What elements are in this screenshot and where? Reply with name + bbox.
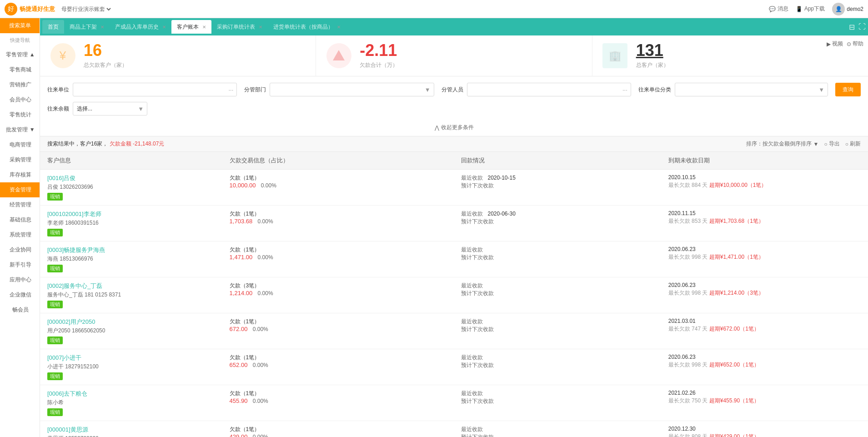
tab-purchase-order[interactable]: 采购订单统计表 ✕	[211, 20, 268, 34]
message-btn[interactable]: 💬 消息	[769, 5, 788, 13]
customer-code-2[interactable]: [0003]畅捷服务尹海燕	[47, 246, 215, 254]
sidebar-item-batch-mgmt[interactable]: 批发管理 ▼	[0, 122, 40, 137]
overdue-amount-3[interactable]: 超期¥1,214.00（3笔）	[709, 290, 764, 296]
customer-code-7[interactable]: [000001]黄思源	[47, 426, 215, 434]
next-receipt-0: 预计下次收款	[461, 182, 653, 190]
sidebar-item-ecommerce[interactable]: 电商管理	[0, 137, 40, 152]
filter-input-person[interactable]	[467, 83, 631, 96]
refresh-btn[interactable]: ○ 刷新	[845, 140, 861, 148]
sidebar-item-enterprise-wechat[interactable]: 企业微信	[0, 287, 40, 302]
filter-select-balance[interactable]: 选择...	[73, 102, 147, 116]
col-customer-info: 客户信息	[40, 152, 222, 170]
sidebar-item-new-guide[interactable]: 新手引导	[0, 257, 40, 272]
top-bar: 好 畅捷通好生意 母婴行业演示账套 💬 消息 📱 App下载 👤 demo2	[0, 0, 868, 18]
filter-input-person-dots[interactable]: ···	[622, 86, 627, 93]
sidebar-item-purchase-mgmt[interactable]: 采购管理	[0, 152, 40, 167]
overdue-amount-4[interactable]: 超期¥672.00（1笔）	[709, 326, 759, 332]
tab-production-history-close[interactable]: ✕	[162, 25, 166, 30]
tab-products-shelf-close[interactable]: ✕	[100, 25, 104, 30]
filter-row-1: 往来单位 ··· 分管部门	[47, 83, 861, 96]
export-icon: ○	[824, 141, 828, 147]
sidebar-item-system-mgmt[interactable]: 系统管理	[0, 227, 40, 242]
filter-input-person-wrapper: ···	[467, 83, 631, 96]
result-info: 搜索结果中，客户16家， 欠款金额 -21,148.07元	[47, 140, 164, 148]
debt-desc-2: 欠款（1笔）	[230, 246, 447, 254]
filter-field-balance: 往来余额 选择... ▼	[47, 102, 147, 116]
tab-stock-stats[interactable]: 进货单统计表（按商品） ✕	[268, 20, 346, 34]
overdue-amount-1[interactable]: 超期¥1,703.68（1笔）	[709, 218, 764, 224]
tab-fullscreen-icon[interactable]: ⛶	[858, 23, 866, 31]
store-select[interactable]: 母婴行业演示账套	[60, 5, 112, 13]
customer-code-6[interactable]: [0006]去下粮仓	[47, 390, 215, 398]
customer-code-5[interactable]: [0007]小进干	[47, 354, 215, 362]
tab-expand-icon[interactable]: ⊟	[849, 23, 855, 31]
sidebar-item-finance[interactable]: 资金管理	[0, 182, 40, 197]
filter-input-unit[interactable]	[73, 83, 237, 96]
sidebar-item-app-center[interactable]: 应用中心	[0, 272, 40, 287]
customer-code-4[interactable]: [000002]用户2050	[47, 318, 215, 326]
stat-icon-customers: ¥	[49, 42, 76, 70]
tab-home[interactable]: 首页	[42, 20, 64, 34]
tab-products-shelf[interactable]: 商品上下架 ✕	[64, 20, 110, 34]
collapse-button[interactable]: ⋀ 收起更多条件	[435, 124, 474, 131]
overdue-amount-6[interactable]: 超期¥455.90（1笔）	[709, 397, 759, 404]
overdue-amount-5[interactable]: 超期¥652.00（1笔）	[709, 362, 759, 368]
sidebar-item-operation[interactable]: 经营管理	[0, 197, 40, 212]
tab-stock-stats-close[interactable]: ✕	[337, 25, 341, 30]
help-icon: ⊙	[847, 41, 851, 47]
sidebar-item-basic-info[interactable]: 基础信息	[0, 212, 40, 227]
cell-due-4: 2021.03.01 最长欠款 747 天 超期¥672.00（1笔）	[661, 313, 868, 349]
customer-code-1[interactable]: [0001020001]李老师	[47, 210, 215, 218]
video-btn[interactable]: ▶ 视频	[827, 40, 843, 48]
filter-select-category[interactable]	[675, 83, 828, 96]
sidebar-item-inventory[interactable]: 库存核算	[0, 167, 40, 182]
customer-phone-3: 服务中心_丁磊 181 0125 8371	[47, 291, 215, 299]
overdue-amount-7[interactable]: 超期¥429.00（1笔）	[709, 433, 759, 437]
debt-desc-6: 欠款（1笔）	[230, 390, 447, 397]
last-receipt-5: 最近收款	[461, 354, 653, 362]
main-body: 搜索菜单 快捷导航 零售管理 ▲ 零售商城 营销推广 会员中心 零售统计 批发管…	[0, 18, 868, 437]
tab-customer-account-close[interactable]: ✕	[202, 25, 206, 30]
filter-label-person: 分管人员	[442, 86, 463, 94]
cell-due-2: 2020.06.23 最长欠款 998 天 超期¥1,471.00（1笔）	[661, 241, 868, 277]
help-btn[interactable]: ⊙ 帮助	[847, 40, 863, 48]
logo-icon: 好	[5, 3, 17, 15]
sidebar-item-member-plus[interactable]: 畅会员	[0, 302, 40, 317]
cell-due-3: 2020.06.23 最长欠款 998 天 超期¥1,214.00（3笔）	[661, 277, 868, 313]
filter-label-balance: 往来余额	[47, 105, 69, 113]
overdue-amount-2[interactable]: 超期¥1,471.00（1笔）	[709, 254, 764, 260]
sidebar-item-marketing[interactable]: 营销推广	[0, 77, 40, 92]
sidebar-item-member[interactable]: 会员中心	[0, 92, 40, 107]
export-btn[interactable]: ○ 导出	[824, 140, 840, 148]
collapse-row: ⋀ 收起更多条件	[47, 121, 861, 136]
cell-customer-3: [0002]服务中心_丁磊 服务中心_丁磊 181 0125 8371 现销	[40, 277, 222, 313]
sidebar-item-retail-mall[interactable]: 零售商城	[0, 62, 40, 77]
sidebar-quick-nav[interactable]: 快捷导航	[0, 33, 40, 47]
sidebar-item-enterprise-coop[interactable]: 企业协同	[0, 242, 40, 257]
search-button[interactable]: 查询	[835, 83, 861, 96]
cell-customer-0: [0016]吕俊 吕俊 13026203696 现销	[40, 170, 222, 206]
customer-code-0[interactable]: [0016]吕俊	[47, 174, 215, 182]
tab-purchase-order-close[interactable]: ✕	[259, 25, 262, 30]
debt-percent-2: 0.00%	[258, 254, 273, 261]
debt-amount-1: 1,703.68	[230, 218, 253, 225]
stats-bar: ¥ 16 总欠款客户（家）	[40, 35, 868, 76]
debt-desc-0: 欠款（1笔）	[230, 174, 447, 182]
top-bar-right: 💬 消息 📱 App下载 👤 demo2	[769, 3, 863, 15]
tab-production-history[interactable]: 产成品入库单历史 ✕	[110, 20, 171, 34]
customer-code-3[interactable]: [0002]服务中心_丁磊	[47, 282, 215, 290]
stat-number-amount: -2.11	[360, 42, 398, 59]
filter-field-person: 分管人员 ···	[442, 83, 631, 96]
overdue-amount-0[interactable]: 超期¥10,000.00（1笔）	[709, 182, 767, 188]
overdue-days-6: 最长欠款 750 天 超期¥455.90（1笔）	[668, 397, 861, 405]
user-area[interactable]: 👤 demo2	[832, 3, 863, 15]
app-download-btn[interactable]: 📱 App下载	[796, 5, 825, 13]
sidebar-item-retail-stats[interactable]: 零售统计	[0, 107, 40, 122]
sidebar-item-retail-mgmt[interactable]: 零售管理 ▲	[0, 47, 40, 62]
filter-select-dept[interactable]	[270, 83, 434, 96]
tab-customer-account[interactable]: 客户账本 ✕	[171, 20, 211, 34]
sidebar-search[interactable]: 搜索菜单	[0, 18, 40, 33]
export-label: 导出	[829, 140, 840, 148]
filter-input-unit-dots[interactable]: ···	[228, 86, 233, 93]
result-sort[interactable]: 排序：按欠款金额倒序排序 ▼	[746, 140, 819, 148]
